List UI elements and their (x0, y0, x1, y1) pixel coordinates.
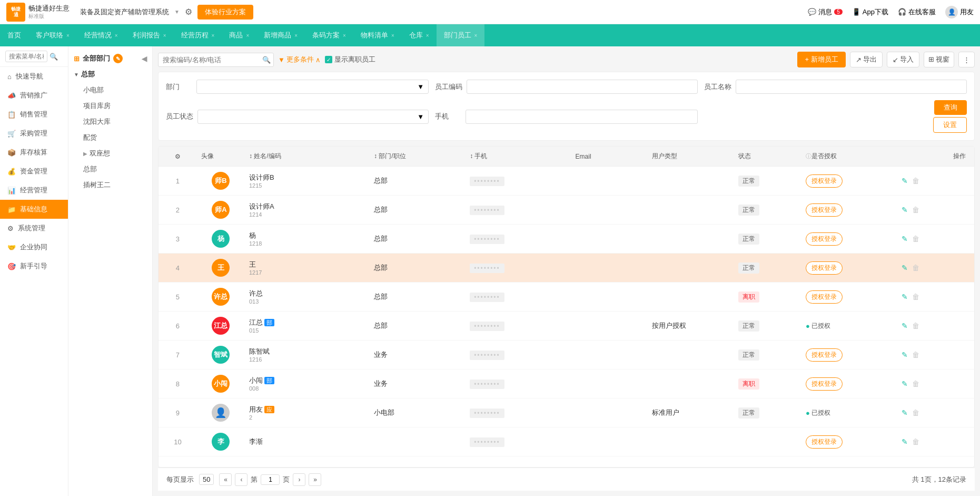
tab-close-profit[interactable]: × (163, 33, 166, 38)
delete-button[interactable]: 🗑 (912, 206, 919, 214)
auth-login-button[interactable]: 授权登录 (806, 203, 843, 217)
delete-button[interactable]: 🗑 (912, 409, 919, 417)
tab-close-barcode[interactable]: × (343, 33, 346, 38)
sidebar-item-sales[interactable]: 📋 销售管理 (0, 105, 68, 124)
sidebar-item-finance[interactable]: 💰 资金管理 (0, 162, 68, 181)
message-button[interactable]: 💬 消息 5 (808, 7, 843, 17)
add-employee-button[interactable]: + 新增员工 (797, 52, 845, 67)
tab-close-newgoods[interactable]: × (294, 33, 298, 38)
tab-history[interactable]: 经营历程× (174, 24, 222, 46)
edit-button[interactable]: ✎ (902, 235, 908, 243)
sidebar-item-marketing[interactable]: 📣 营销推广 (0, 86, 68, 105)
edit-button[interactable]: ✎ (902, 322, 908, 330)
system-dropdown-arrow[interactable]: ▼ (174, 9, 180, 15)
more-actions-button[interactable]: ⋮ (958, 52, 975, 67)
dept-node-general[interactable]: ▼ 总部 (68, 66, 152, 82)
delete-button[interactable]: 🗑 (912, 380, 919, 388)
sidebar-item-guide[interactable]: 🎯 新手引导 (0, 257, 68, 276)
sidebar-item-quicknav[interactable]: ⌂ 快速导航 (0, 67, 68, 86)
th-dept[interactable]: ↕ 部门/职位 (370, 147, 466, 167)
tab-close-operation[interactable]: × (115, 33, 118, 38)
dept-node-xiaodian[interactable]: 小电部 (68, 82, 152, 98)
delete-button[interactable]: 🗑 (912, 437, 919, 446)
tab-goods[interactable]: 商品× (222, 24, 256, 46)
delete-button[interactable]: 🗑 (912, 351, 919, 359)
trial-button[interactable]: 体验行业方案 (197, 5, 253, 20)
online-service-button[interactable]: 🎧 在线客服 (898, 7, 936, 17)
edit-button[interactable]: ✎ (902, 409, 908, 417)
filter-dept-select[interactable]: ▼ (196, 80, 429, 94)
export-button[interactable]: ↗ 导出 (850, 52, 883, 67)
edit-button[interactable]: ✎ (902, 380, 908, 388)
tab-department[interactable]: 部门员工× (437, 24, 485, 46)
th-name[interactable]: ↕ 姓名/编码 (245, 147, 370, 167)
settings-icon[interactable]: ⚙ (185, 7, 192, 17)
edit-button[interactable]: ✎ (902, 351, 908, 359)
tab-profit[interactable]: 利润报告× (125, 24, 174, 46)
tab-close-bom[interactable]: × (391, 33, 394, 38)
edit-button[interactable]: ✎ (902, 177, 908, 185)
view-button[interactable]: ⊞ 视窗 (924, 52, 954, 67)
show-resigned-checkbox[interactable]: ✓ (325, 56, 332, 63)
search-employee-icon[interactable]: 🔍 (262, 56, 271, 64)
edit-button[interactable]: ✎ (902, 437, 908, 446)
search-employee-input[interactable] (158, 53, 274, 67)
auth-login-button[interactable]: 授权登录 (806, 261, 843, 275)
tab-close-warehouse[interactable]: × (426, 33, 429, 38)
auth-login-button[interactable]: 授权登录 (806, 435, 843, 449)
tab-warehouse[interactable]: 仓库× (402, 24, 437, 46)
tab-customer[interactable]: 客户联络× (28, 24, 77, 46)
sidebar-item-collab[interactable]: 🤝 企业协同 (0, 238, 68, 257)
dept-node-project[interactable]: 项目库房 (68, 98, 152, 114)
dept-edit-icon[interactable]: ✎ (113, 54, 123, 63)
tab-close-customer[interactable]: × (66, 33, 70, 38)
import-button[interactable]: ↙ 导入 (887, 52, 919, 67)
user-menu-button[interactable]: 👤 用友 (945, 6, 974, 18)
tab-operation[interactable]: 经营情况× (77, 24, 125, 46)
delete-button[interactable]: 🗑 (912, 293, 919, 301)
sidebar-item-sysmanage[interactable]: ⚙ 系统管理 (0, 219, 68, 238)
auth-login-button[interactable]: 授权登录 (806, 348, 843, 362)
auth-login-button[interactable]: 授权登录 (806, 377, 843, 391)
tab-close-history[interactable]: × (212, 33, 215, 38)
app-download-button[interactable]: 📱 App下载 (852, 7, 888, 17)
sidebar-item-bizmanage[interactable]: 📊 经营管理 (0, 181, 68, 200)
edit-button[interactable]: ✎ (902, 293, 908, 301)
sidebar-item-purchase[interactable]: 🛒 采购管理 (0, 124, 68, 143)
dept-node-chashuwang[interactable]: 插树王二 (68, 177, 152, 193)
sidebar-item-basicinfo[interactable]: 📁 基础信息 (0, 200, 68, 219)
delete-button[interactable]: 🗑 (912, 235, 919, 243)
th-phone[interactable]: ↕ 手机 (466, 147, 571, 167)
dept-node-shenyang[interactable]: 沈阳大库 (68, 114, 152, 130)
filter-empcode-input[interactable] (467, 80, 698, 94)
delete-button[interactable]: 🗑 (912, 322, 919, 330)
tab-close-department[interactable]: × (474, 33, 478, 38)
dept-node-distribution[interactable]: 配货 (68, 130, 152, 145)
auth-login-button[interactable]: 授权登录 (806, 290, 843, 304)
sidebar-item-inventory[interactable]: 📦 库存核算 (0, 143, 68, 162)
filter-empname-input[interactable] (736, 80, 967, 94)
tab-home[interactable]: 首页 (0, 24, 28, 46)
first-page-btn[interactable]: « (219, 473, 232, 486)
delete-button[interactable]: 🗑 (912, 264, 919, 272)
filter-status-select[interactable]: ▼ (197, 110, 429, 124)
delete-button[interactable]: 🗑 (912, 177, 919, 185)
sidebar-search-icon[interactable]: 🔍 (50, 53, 58, 61)
last-page-btn[interactable]: » (309, 473, 321, 486)
set-button[interactable]: 设置 (933, 117, 967, 133)
auth-login-button[interactable]: 授权登录 (806, 232, 843, 246)
tab-bom[interactable]: 物料清单× (353, 24, 402, 46)
th-settings[interactable]: ⚙ (159, 147, 197, 167)
query-button[interactable]: 查询 (934, 100, 967, 115)
dept-node-shuangzuo[interactable]: ▶ 双座想 (68, 145, 152, 161)
dept-node-headquarter[interactable]: 总部 (68, 161, 152, 177)
edit-button[interactable]: ✎ (902, 206, 908, 214)
prev-page-btn[interactable]: ‹ (235, 473, 248, 486)
page-number-input[interactable] (261, 474, 280, 485)
filter-phone-input[interactable] (466, 110, 698, 124)
auth-login-button[interactable]: 授权登录 (806, 174, 843, 188)
dept-collapse-btn[interactable]: ◀ (142, 55, 147, 63)
edit-button[interactable]: ✎ (902, 264, 908, 272)
sidebar-search-input[interactable] (5, 51, 47, 62)
next-page-btn[interactable]: › (293, 473, 305, 486)
